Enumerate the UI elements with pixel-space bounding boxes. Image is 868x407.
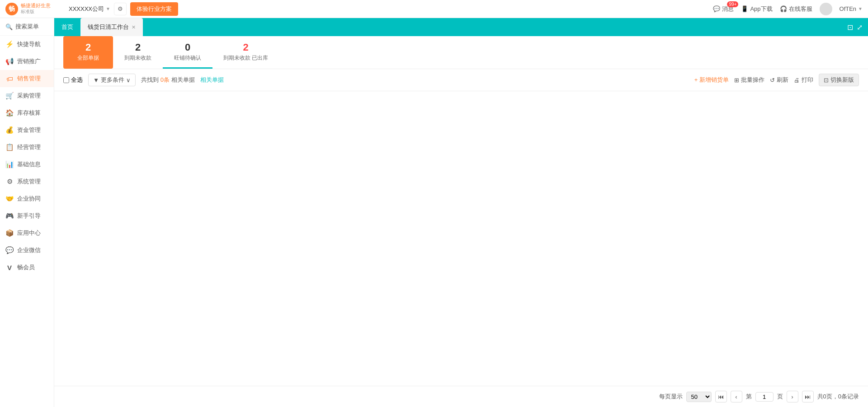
- close-tab-icon[interactable]: ✕: [132, 24, 136, 30]
- sidebar-item-basic[interactable]: 📊 基础信息: [0, 156, 54, 173]
- message-button[interactable]: 💬 消息 99+: [713, 5, 734, 13]
- sidebar-item-label: 采购管理: [17, 92, 41, 100]
- stat-tab-shipped[interactable]: 2 到期未收款 已出库: [212, 36, 279, 69]
- sidebar-item-purchase[interactable]: 🛒 采购管理: [0, 87, 54, 104]
- search-label: 搜索菜单: [15, 23, 39, 31]
- select-all-checkbox[interactable]: 全选: [63, 76, 83, 84]
- chevron-down-icon: ▼: [106, 6, 110, 11]
- header-center: XXXXXX公司 ▼ ⚙ 体验行业方案: [60, 2, 713, 16]
- total-info: 共0页，0条记录: [817, 393, 859, 401]
- filter-icon: ▼: [93, 77, 99, 84]
- page-size-label: 每页显示: [659, 393, 683, 401]
- online-service-button[interactable]: 🎧 在线客服: [780, 5, 812, 13]
- gear-icon: ⚙: [118, 5, 123, 12]
- pagination: 每页显示 50 100 200 ⏮ ‹ 第 页 › ⏭ 共0页，0条记录: [54, 386, 868, 407]
- refresh-icon: ↺: [770, 77, 775, 84]
- settings-button[interactable]: ⚙: [114, 3, 127, 15]
- sidebar-item-operations[interactable]: 📋 经营管理: [0, 139, 54, 156]
- found-count: 0条: [160, 76, 170, 83]
- page-size-select[interactable]: 50 100 200: [686, 392, 712, 402]
- refresh-button[interactable]: ↺ 刷新: [770, 76, 788, 84]
- found-suffix: 相关单据: [171, 76, 195, 83]
- filter-label: 更多条件: [101, 76, 124, 84]
- print-button[interactable]: 🖨 打印: [794, 76, 813, 84]
- next-page-button[interactable]: ›: [787, 391, 798, 402]
- logo-subtitle: 标准版: [21, 9, 51, 15]
- tab-home[interactable]: 首页: [54, 18, 80, 36]
- wechat-icon: 💬: [5, 246, 14, 254]
- page-number-input[interactable]: [755, 392, 774, 402]
- prev-page-button[interactable]: ‹: [731, 391, 742, 402]
- avatar[interactable]: [820, 3, 832, 15]
- sidebar-item-system[interactable]: ⚙ 系统管理: [0, 173, 54, 190]
- refresh-label: 刷新: [777, 76, 788, 84]
- content-area: 2 全部单据 2 到期未收款 0 旺铺待确认 2 到期未收款 已出库 全选: [54, 36, 868, 407]
- add-order-button[interactable]: + 新增销货单: [694, 76, 729, 84]
- stat-num-overdue: 2: [135, 42, 141, 53]
- sidebar-item-newbie[interactable]: 🎮 新手引导: [0, 207, 54, 225]
- enterprise-icon: 🤝: [5, 195, 14, 203]
- checkbox-input[interactable]: [63, 77, 69, 83]
- stat-label-shipped: 到期未收款 已出库: [223, 54, 268, 62]
- print-icon: 🖨: [794, 77, 800, 84]
- member-icon: V: [5, 264, 14, 271]
- switch-icon: ⊡: [824, 77, 829, 84]
- system-icon: ⚙: [5, 178, 14, 186]
- select-all-label: 全选: [71, 76, 83, 84]
- sidebar-item-marketing[interactable]: 📢 营销推广: [0, 53, 54, 70]
- stat-tab-all[interactable]: 2 全部单据: [63, 36, 113, 69]
- table-area: [54, 91, 868, 386]
- user-name[interactable]: OfTEn ▼: [840, 5, 863, 12]
- switch-version-button[interactable]: ⊡ 切换新版: [819, 74, 859, 86]
- sidebar-item-sales[interactable]: 🏷 销售管理: [0, 70, 54, 87]
- sidebar-item-label: 应用中心: [17, 229, 41, 237]
- sidebar-item-label: 企业协同: [17, 195, 41, 203]
- operations-icon: 📋: [5, 143, 14, 151]
- tab-cash-flow-label: 钱货日清工作台: [88, 23, 129, 31]
- sidebar-item-label: 资金管理: [17, 126, 41, 134]
- inventory-icon: 🏠: [5, 109, 14, 117]
- message-icon: 💬: [713, 5, 720, 12]
- app-download-button[interactable]: 📱 App下载: [741, 5, 772, 13]
- stat-num-all: 2: [85, 42, 91, 53]
- first-page-button[interactable]: ⏮: [715, 391, 727, 402]
- app-center-icon: 📦: [5, 229, 14, 237]
- tab-cash-flow[interactable]: 钱货日清工作台 ✕: [80, 18, 143, 36]
- experience-button[interactable]: 体验行业方案: [130, 2, 178, 16]
- logo-area: 畅 畅捷通好生意 标准版: [5, 3, 60, 15]
- toolbar: 全选 ▼ 更多条件 ∨ 共找到 0条 相关单据 相关单据 + 新增销货单 ⊞ 批…: [54, 69, 868, 91]
- tab-bar-actions: ⊡ ⤢: [847, 23, 868, 32]
- minimize-icon[interactable]: ⊡: [847, 23, 853, 32]
- last-page-button[interactable]: ⏭: [802, 391, 814, 402]
- quick-nav-icon: ⚡: [5, 40, 14, 48]
- user-label: OfTEn: [840, 5, 857, 12]
- filter-button[interactable]: ▼ 更多条件 ∨: [88, 74, 136, 86]
- print-label: 打印: [802, 76, 813, 84]
- stat-label-pending: 旺铺待确认: [174, 54, 201, 62]
- logo-icon: 畅: [5, 3, 18, 15]
- sidebar-item-label: 新手引导: [17, 212, 41, 220]
- batch-button[interactable]: ⊞ 批量操作: [734, 76, 764, 84]
- purchase-icon: 🛒: [5, 92, 14, 100]
- stat-tab-pending[interactable]: 0 旺铺待确认: [163, 36, 212, 69]
- batch-label: 批量操作: [741, 76, 764, 84]
- sidebar-item-member[interactable]: V 畅会员: [0, 259, 54, 276]
- newbie-icon: 🎮: [5, 212, 14, 220]
- sidebar-item-label: 系统管理: [17, 178, 41, 186]
- message-badge: 99+: [727, 1, 738, 7]
- toolbar-right: + 新增销货单 ⊞ 批量操作 ↺ 刷新 🖨 打印 ⊡ 切换新版: [694, 74, 859, 86]
- related-orders-link[interactable]: 相关单据: [200, 76, 224, 84]
- stat-num-shipped: 2: [243, 42, 249, 53]
- search-icon: 🔍: [5, 23, 13, 30]
- sidebar-item-app-center[interactable]: 📦 应用中心: [0, 225, 54, 242]
- sidebar-item-quick-nav[interactable]: ⚡ 快捷导航: [0, 36, 54, 53]
- sidebar-item-inventory[interactable]: 🏠 库存核算: [0, 104, 54, 122]
- app-download-label: App下载: [750, 5, 772, 13]
- stat-tab-overdue[interactable]: 2 到期未收款: [113, 36, 163, 69]
- sidebar-item-finance[interactable]: 💰 资金管理: [0, 122, 54, 139]
- company-selector[interactable]: XXXXXX公司 ▼: [69, 5, 110, 13]
- sidebar-item-wechat[interactable]: 💬 企业微信: [0, 242, 54, 259]
- maximize-icon[interactable]: ⤢: [857, 23, 863, 32]
- sidebar-search[interactable]: 🔍 搜索菜单: [0, 18, 54, 36]
- sidebar-item-enterprise[interactable]: 🤝 企业协同: [0, 190, 54, 207]
